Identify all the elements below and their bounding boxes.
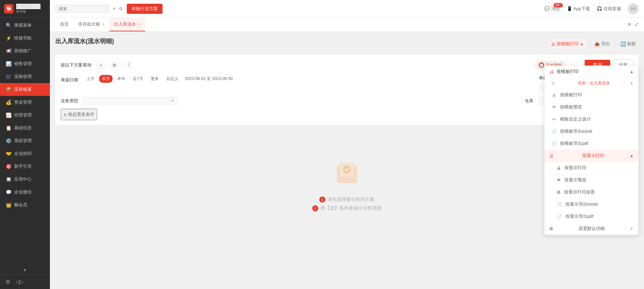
sidebar-collapse-icon[interactable]: ◁▷ xyxy=(16,279,24,285)
nav-icon-wechat: 💬 xyxy=(5,189,11,195)
sidebar-item-marketing[interactable]: 📢 营销推广 xyxy=(0,45,50,57)
nav-icon-operation: 📈 xyxy=(5,112,11,118)
display-section-arrow: ▲ xyxy=(630,154,634,158)
print-template-btn[interactable]: 🖨 按模板打印 ▲ xyxy=(548,40,586,48)
dropdown-item-display-pdf[interactable]: 📄 按显示导出pdf xyxy=(545,210,638,222)
display-section-header[interactable]: 🖨 按显示打印 ▲ xyxy=(545,150,638,162)
sidebar-item-sales[interactable]: 📊 销售管理 xyxy=(0,57,50,70)
nav-label-inventory: 库存核算 xyxy=(14,86,32,93)
sidebar-scroll-down[interactable]: ▼ xyxy=(0,266,50,274)
empty-illustration xyxy=(330,156,364,190)
industry-btn[interactable]: 体验行业方案 xyxy=(127,4,163,14)
sidebar-bottom: ⚙ ◁▷ xyxy=(0,274,50,289)
sidebar-item-collab[interactable]: 🤝 企业协同 xyxy=(0,147,50,160)
sidebar-item-quick-nav[interactable]: ⚡ 快捷导航 xyxy=(0,32,50,45)
svg-point-3 xyxy=(343,165,351,174)
nav-label-guide: 新手引导 xyxy=(14,163,32,169)
template-excel-icon: 📄 xyxy=(551,129,557,134)
collapse-text: 收起更多条件 xyxy=(68,111,94,117)
tab-expand-btn[interactable]: ⤢ xyxy=(634,21,639,28)
filter-settings-btn[interactable]: ⚙ xyxy=(110,61,118,69)
nav-label-basic: 基础信息 xyxy=(14,125,32,131)
tab-home[interactable]: 首页 xyxy=(55,18,74,31)
nav-icon-guide: 🎯 xyxy=(5,163,11,169)
date-shortcut-custom[interactable]: 自定义 xyxy=(164,75,181,83)
tab-close-window-btn[interactable]: ✕ xyxy=(627,21,632,28)
message-action[interactable]: 💬 消息 99+ xyxy=(545,6,560,12)
sidebar-item-purchase[interactable]: 🛒 采购管理 xyxy=(0,70,50,83)
current-template-label[interactable]: ⚙ 当前：出入库流水 ▼ xyxy=(545,78,638,89)
print-dropdown-title: 按模板打印 xyxy=(557,69,627,75)
business-type-select[interactable]: ▼ xyxy=(84,97,178,105)
nav-icon-collab: 🤝 xyxy=(5,151,11,157)
date-shortcut-last-month[interactable]: 上月 xyxy=(84,75,97,83)
date-shortcut-more[interactable]: 更多 xyxy=(148,75,162,83)
collapse-more-btn[interactable]: ∧ 收起更多条件 xyxy=(61,109,97,120)
sidebar-item-wechat[interactable]: 💬 企业微信 xyxy=(0,186,50,199)
nav-label-operation: 经营管理 xyxy=(14,112,32,118)
sidebar-settings-icon[interactable]: ⚙ xyxy=(5,279,10,285)
current-label-arrow[interactable]: ▼ xyxy=(630,81,634,85)
nav-label-marketing: 营销推广 xyxy=(14,48,32,54)
online-service-action[interactable]: 🎧 在线客服 xyxy=(597,6,621,12)
business-type-label: 业务类型 xyxy=(61,98,78,104)
app-download-action[interactable]: 📱 App下载 xyxy=(567,6,590,12)
nav-label-sales: 销售管理 xyxy=(14,61,32,67)
logo-sub-text: 标准版 xyxy=(16,9,40,14)
sidebar: 畅 畅捷通好生意 标准版 🔍 搜索菜单 ⚡ 快捷导航 📢 营销推广 📊 销售管理… xyxy=(0,0,50,289)
display-preview-icon: 👁 xyxy=(557,178,561,183)
filter-add-btn[interactable]: + xyxy=(97,61,105,69)
display-settings-label: 按显示打印设置 xyxy=(564,189,595,195)
display-print-label: 按显示打印 xyxy=(564,165,586,171)
dropdown-item-display-print[interactable]: 🖨 按显示打印 xyxy=(545,162,638,174)
logo-main-text: 畅捷通好生意 xyxy=(16,4,40,9)
dropdown-item-display-preview[interactable]: 👁 按显示预览 xyxy=(545,174,638,186)
user-name-text: Rit xyxy=(631,7,635,11)
sidebar-item-finance[interactable]: 💰 资金管理 xyxy=(0,96,50,109)
dropdown-item-display-excel[interactable]: 📄 按显示导出excel xyxy=(545,198,638,210)
sidebar-item-operation[interactable]: 📈 经营管理 xyxy=(0,109,50,122)
message-icon: 💬 xyxy=(545,6,550,11)
nav-icon-marketing: 📢 xyxy=(5,48,11,54)
default-settings-icon: ⚙ xyxy=(549,226,553,231)
sidebar-item-basic[interactable]: 📋 基础信息 xyxy=(0,122,50,134)
app-download-icon: 📱 xyxy=(567,6,572,11)
tab-batch-account[interactable]: 库存批次账 × xyxy=(74,18,109,31)
sidebar-item-search[interactable]: 🔍 搜索菜单 xyxy=(0,19,50,32)
top-search-input[interactable] xyxy=(55,5,109,13)
nav-icon-member: 👑 xyxy=(5,202,11,208)
date-shortcut-7days[interactable]: 近7天 xyxy=(130,75,146,83)
sidebar-item-system[interactable]: ⚙️ 系统管理 xyxy=(0,134,50,147)
dropdown-item-template-excel[interactable]: 📄 按模板导出excel xyxy=(545,125,638,137)
nav-icon-basic: 📋 xyxy=(5,125,11,131)
current-label-text: 当前：出入库流水 xyxy=(578,80,610,86)
tab-flow-close[interactable]: × xyxy=(138,22,140,27)
step-1-text: 请先选择要分析的方案 xyxy=(327,196,375,203)
tab-batch-account-label: 库存批次账 xyxy=(78,21,100,27)
dropdown-footer-default[interactable]: ⚙ 设置默认功能 ▼ xyxy=(545,222,638,235)
print-dropdown-up-arrow[interactable]: ▲ xyxy=(630,70,634,74)
header-dropdown-icon[interactable]: ▼ xyxy=(112,6,116,11)
dropdown-item-template-print[interactable]: 🖨 按模板打印 xyxy=(545,89,638,101)
date-shortcut-this-year[interactable]: 本年 xyxy=(115,75,128,83)
dropdown-item-template-pdf[interactable]: 📄 按模板导出pdf xyxy=(545,137,638,150)
header-gear-icon[interactable]: ⚙ xyxy=(119,6,123,11)
dropdown-item-display-settings[interactable]: ⚙ 按显示打印设置 xyxy=(545,186,638,198)
print-dropdown-icon: 🖨 xyxy=(549,69,554,74)
sidebar-item-apps[interactable]: 🔲 应用中心 xyxy=(0,173,50,186)
sidebar-item-member[interactable]: 👑 畅会员 xyxy=(0,199,50,211)
sidebar-item-inventory[interactable]: 📦 库存核算 xyxy=(0,83,50,96)
user-avatar[interactable]: Rit xyxy=(628,3,639,14)
tab-flow[interactable]: 出入库流水 × xyxy=(109,18,145,31)
display-print-icon: 🖨 xyxy=(557,165,561,170)
dropdown-item-template-preview[interactable]: 👁 按模板预览 xyxy=(545,101,638,113)
default-settings-label: 设置默认功能 xyxy=(579,226,605,232)
export-btn[interactable]: 📤 导出 xyxy=(592,40,613,48)
dropdown-item-template-custom[interactable]: ✏ 模板自定义设计 xyxy=(545,113,638,125)
filter-collapse-btn[interactable]: 《 xyxy=(124,61,132,69)
refresh-btn[interactable]: 🔄 刷新 xyxy=(618,40,639,48)
print-dropdown-header: 🖨 按模板打印 ▲ xyxy=(545,66,638,78)
sidebar-item-guide[interactable]: 🎯 新手引导 xyxy=(0,160,50,173)
tab-batch-account-close[interactable]: × xyxy=(102,22,105,27)
date-shortcut-this-month[interactable]: 本月 xyxy=(99,75,113,83)
